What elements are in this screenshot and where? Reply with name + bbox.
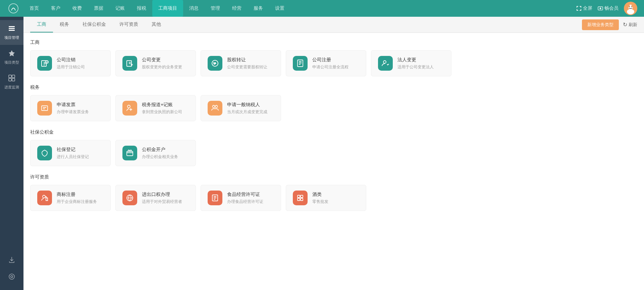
card-税务报道+记账[interactable]: 税务报道+记账拿到营业执照的新公司 <box>115 95 196 121</box>
card-公司注册[interactable]: 公司注册申请公司注册全流程 <box>286 50 366 76</box>
sidebar-settings[interactable] <box>5 270 18 283</box>
top-menu-item-记账[interactable]: 记账 <box>109 0 131 17</box>
content-area: 工商税务社保公积金许可资质其他 新增业务类型 ↻ 刷新 工商公司注销适用于注销公… <box>23 17 644 290</box>
card-title: 法人变更 <box>397 57 434 63</box>
top-menu-item-管理[interactable]: 管理 <box>205 0 226 17</box>
card-股权转让[interactable]: ¥股权转让公司变更需要股权转让 <box>201 50 281 76</box>
card-icon <box>122 56 137 71</box>
svg-point-27 <box>11 276 13 278</box>
member-button[interactable]: 畅会员 <box>598 5 619 11</box>
card-公司变更[interactable]: 公司变更股权变更外的业务变更 <box>115 50 196 76</box>
top-nav-right: 全屏 畅会员 <box>576 2 644 15</box>
card-商标注册[interactable]: 商标注册用于企业商标注册服务 <box>30 185 111 211</box>
top-menu-item-经营[interactable]: 经营 <box>226 0 248 17</box>
svg-marker-21 <box>9 50 15 56</box>
tab-税务[interactable]: 税务 <box>53 17 76 32</box>
card-desc: 适用于公司变更法人 <box>397 64 434 70</box>
card-申请发票[interactable]: 申请发票办理申请发票业务 <box>30 95 111 121</box>
svg-rect-20 <box>9 30 15 31</box>
card-info: 税务报道+记账拿到营业执照的新公司 <box>142 102 182 115</box>
card-icon <box>208 191 222 205</box>
card-申请一般纳税人[interactable]: 申请一般纳税人当月或次月成变更完成 <box>201 95 281 121</box>
card-desc: 办理食品经营许可证 <box>227 199 263 205</box>
card-desc: 零售批发 <box>312 199 328 205</box>
sidebar-bottom <box>5 253 18 290</box>
sidebar-download[interactable] <box>5 253 18 267</box>
card-title: 进出口权办理 <box>142 192 182 198</box>
svg-point-40 <box>43 195 45 198</box>
cards-grid: 申请发票办理申请发票业务税务报道+记账拿到营业执照的新公司申请一般纳税人当月或次… <box>30 95 637 121</box>
top-menu-item-服务[interactable]: 服务 <box>248 0 269 17</box>
svg-rect-39 <box>127 151 133 156</box>
card-info: 公司注册申请公司注册全流程 <box>312 57 348 70</box>
top-menu: 首页客户收费票据记账报税工商项目消息管理经营服务设置 <box>23 0 576 17</box>
tab-社保公积金[interactable]: 社保公积金 <box>76 17 113 32</box>
svg-rect-19 <box>9 28 15 29</box>
svg-rect-22 <box>9 75 11 78</box>
fullscreen-label: 全屏 <box>583 5 592 11</box>
card-title: 申请发票 <box>57 102 89 108</box>
section-税务: 税务申请发票办理申请发票业务税务报道+记账拿到营业执照的新公司申请一般纳税人当月… <box>30 84 637 121</box>
cards-grid: 公司注销适用于注销公司公司变更股权变更外的业务变更¥股权转让公司变更需要股权转让… <box>30 50 637 76</box>
card-title: 酒类 <box>312 192 328 198</box>
card-desc: 办理申请发票业务 <box>57 109 89 115</box>
tab-工商[interactable]: 工商 <box>30 17 53 32</box>
svg-rect-33 <box>298 60 303 67</box>
logo-icon <box>8 3 19 14</box>
card-title: 公司变更 <box>142 57 182 63</box>
svg-point-36 <box>127 105 130 108</box>
card-info: 申请一般纳税人当月或次月成变更完成 <box>227 102 267 115</box>
section-title: 许可资质 <box>30 174 637 180</box>
sidebar-item-project-type[interactable]: 项目类型 <box>0 45 23 70</box>
tab-其他[interactable]: 其他 <box>145 17 168 32</box>
sidebar: 项目管理 项目类型 进度监测 <box>0 17 23 290</box>
project-type-icon <box>8 50 15 58</box>
scroll-content[interactable]: 工商公司注销适用于注销公司公司变更股权变更外的业务变更¥股权转让公司变更需要股权… <box>23 33 644 290</box>
top-menu-item-收费[interactable]: 收费 <box>66 0 88 17</box>
top-menu-item-首页[interactable]: 首页 <box>23 0 45 17</box>
card-title: 申请一般纳税人 <box>227 102 267 108</box>
refresh-icon: ↻ <box>623 21 627 28</box>
top-menu-item-消息[interactable]: 消息 <box>183 0 205 17</box>
card-desc: 办理公积金相关业务 <box>142 154 178 160</box>
top-menu-item-设置[interactable]: 设置 <box>269 0 290 17</box>
svg-point-37 <box>213 105 215 108</box>
card-icon <box>37 191 52 205</box>
card-icon <box>37 56 52 71</box>
card-title: 公司注销 <box>57 57 85 63</box>
card-desc: 适用于注销公司 <box>57 64 85 70</box>
top-menu-item-票据[interactable]: 票据 <box>88 0 109 17</box>
section-title: 社保公积金 <box>30 129 637 135</box>
card-desc: 进行人员社保登记 <box>57 154 89 160</box>
card-进出口权办理[interactable]: 进出口权办理适用于对外贸易经营者 <box>115 185 196 211</box>
svg-rect-44 <box>301 195 303 198</box>
card-icon <box>378 56 393 71</box>
sidebar-label-3: 进度监测 <box>4 85 19 90</box>
top-menu-item-工商项目[interactable]: 工商项目 <box>152 0 183 17</box>
card-info: 申请发票办理申请发票业务 <box>57 102 89 115</box>
card-公积金开户[interactable]: 公积金开户办理公积金相关业务 <box>115 140 196 166</box>
tab-许可资质[interactable]: 许可资质 <box>113 17 145 32</box>
card-title: 食品经营许可证 <box>227 192 263 198</box>
card-社保登记[interactable]: 社保登记进行人员社保登记 <box>30 140 111 166</box>
new-type-button[interactable]: 新增业务类型 <box>582 19 619 30</box>
card-icon <box>122 146 137 160</box>
tab-bar: 工商税务社保公积金许可资质其他 新增业务类型 ↻ 刷新 <box>23 17 644 33</box>
top-menu-item-报税[interactable]: 报税 <box>131 0 152 17</box>
sidebar-item-progress[interactable]: 进度监测 <box>0 70 23 94</box>
card-法人变更[interactable]: 法人变更适用于公司变更法人 <box>371 50 451 76</box>
refresh-button[interactable]: ↻ 刷新 <box>623 21 637 28</box>
card-酒类[interactable]: 酒类零售批发 <box>286 185 366 211</box>
card-icon: ¥ <box>208 56 222 71</box>
card-desc: 适用于对外贸易经营者 <box>142 199 182 205</box>
avatar[interactable] <box>624 2 637 15</box>
top-menu-item-客户[interactable]: 客户 <box>45 0 66 17</box>
sidebar-item-project-management[interactable]: 项目管理 <box>0 20 23 45</box>
card-icon <box>37 101 52 116</box>
card-食品经营许可证[interactable]: 食品经营许可证办理食品经营许可证 <box>201 185 281 211</box>
card-公司注销[interactable]: 公司注销适用于注销公司 <box>30 50 111 76</box>
fullscreen-button[interactable]: 全屏 <box>576 5 592 11</box>
card-desc: 股权变更外的业务变更 <box>142 64 182 70</box>
card-icon <box>208 101 222 116</box>
sidebar-label-2: 项目类型 <box>4 60 19 65</box>
